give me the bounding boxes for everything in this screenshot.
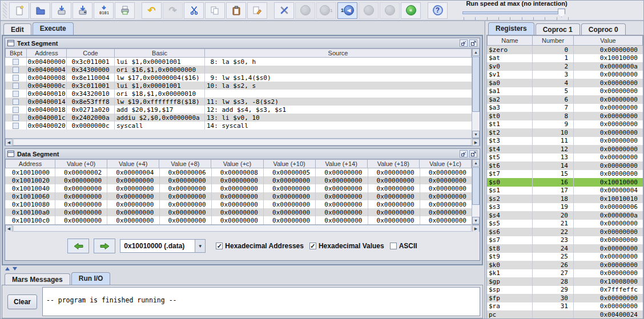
memory-value-cell[interactable]: 0x00000000 [107, 216, 159, 224]
memory-base-address-select[interactable]: 0x10010000 (.data) ▼ [120, 239, 206, 253]
assemble-button[interactable] [274, 2, 294, 19]
breakpoint-checkbox[interactable] [13, 83, 19, 89]
memory-value-cell[interactable]: 0x00000000 [55, 208, 107, 216]
register-value-cell[interactable]: 0x00000000 [574, 253, 643, 261]
register-value-cell[interactable]: 0x10008000 [574, 277, 643, 286]
memory-value-cell[interactable]: 0x00000000 [160, 192, 212, 200]
memory-value-cell[interactable]: 0x00000000 [107, 200, 159, 208]
help-button[interactable]: ? [428, 2, 448, 19]
checkbox-box[interactable] [390, 243, 397, 249]
breakpoint-checkbox[interactable] [13, 67, 19, 73]
memory-value-cell[interactable]: 0x00000000 [55, 216, 107, 224]
redo-button[interactable]: ↷ [163, 2, 183, 19]
tab-registers[interactable]: Registers [488, 22, 534, 35]
register-value-cell[interactable]: 0x00000000 [574, 170, 643, 179]
breakpoint-checkbox[interactable] [13, 75, 19, 81]
breakpoint-checkbox[interactable] [13, 99, 19, 105]
restore-window-icon[interactable] [460, 39, 468, 47]
splitter-collapse-down-icon[interactable] [13, 267, 17, 270]
memory-value-cell[interactable]: 0x00000000 [420, 208, 472, 216]
register-value-cell[interactable]: 0x7fffeffc [574, 286, 643, 294]
memory-value-cell[interactable]: 0x00000000 [420, 216, 472, 224]
register-value-cell[interactable]: 0x00000000 [574, 79, 643, 87]
register-value-cell[interactable]: 0x00000000 [574, 261, 643, 269]
memory-value-cell[interactable]: 0x00000000 [160, 208, 212, 216]
memory-value-cell[interactable]: 0x00000002 [55, 168, 107, 176]
text-segment-titlebar[interactable]: Text Segment [5, 38, 480, 49]
register-value-cell[interactable]: 0x00000000 [574, 161, 643, 170]
paste-button[interactable] [226, 2, 246, 19]
memory-value-cell[interactable]: 0x00000000 [368, 176, 420, 184]
register-value-cell[interactable]: 0x00000000 [574, 112, 643, 120]
clear-button[interactable]: Clear [7, 294, 37, 309]
memory-value-cell[interactable]: 0x00000000 [316, 176, 368, 184]
reset-button[interactable]: « [401, 2, 421, 19]
register-value-cell[interactable]: 0x00000006 [574, 203, 643, 212]
register-value-cell[interactable]: 0x10010000 [574, 178, 643, 187]
memory-value-cell[interactable]: 0x00000000 [160, 184, 212, 192]
checkbox-hexadecimal-values[interactable]: ✓Hexadecimal Values [309, 242, 384, 250]
horizontal-splitter[interactable] [2, 266, 483, 271]
register-value-cell[interactable]: 0x00000000 [574, 104, 643, 112]
breakpoint-checkbox[interactable] [13, 59, 19, 65]
open-file-button[interactable] [30, 2, 50, 19]
memory-value-cell[interactable]: 0x00000000 [264, 208, 316, 216]
step-button[interactable]: ▶1 [316, 2, 336, 19]
checkbox-box[interactable]: ✓ [309, 243, 316, 249]
memory-value-cell[interactable]: 0x00000000 [160, 176, 212, 184]
cut-button[interactable] [184, 2, 204, 19]
memory-value-cell[interactable]: 0x00000000 [264, 184, 316, 192]
memory-value-cell[interactable]: 0x00000000 [55, 192, 107, 200]
register-value-cell[interactable]: 0x00400024 [574, 310, 643, 319]
run-button[interactable]: ▶ [295, 2, 315, 19]
memory-value-cell[interactable]: 0x00000000 [316, 200, 368, 208]
data-segment-horizontal-scrollbar[interactable]: ◀▶ [5, 224, 480, 232]
register-value-cell[interactable]: 0x00000000 [574, 244, 643, 253]
register-value-cell[interactable]: 0x0000000a [574, 62, 643, 71]
register-value-cell[interactable]: 0x00000000 [574, 46, 643, 54]
register-value-cell[interactable]: 0x10010000 [574, 54, 643, 63]
text-segment-vertical-scrollbar[interactable]: ▲ ▼ [472, 49, 480, 138]
memory-value-cell[interactable]: 0x00000000 [55, 200, 107, 208]
register-value-cell[interactable]: 0x00000000 [574, 71, 643, 79]
memory-value-cell[interactable]: 0x00000000 [212, 200, 264, 208]
register-value-cell[interactable]: 0x00000000 [574, 95, 643, 104]
memory-value-cell[interactable]: 0x00000000 [316, 208, 368, 216]
copy-button[interactable] [205, 2, 225, 19]
memory-value-cell[interactable]: 0x00000000 [368, 200, 420, 208]
register-value-cell[interactable]: 0x00000000 [574, 145, 643, 154]
memory-value-cell[interactable]: 0x00000000 [107, 208, 159, 216]
restore-window-icon[interactable] [460, 150, 468, 158]
memory-value-cell[interactable]: 0x00000000 [264, 200, 316, 208]
register-value-cell[interactable]: 0x0000000a [574, 211, 643, 220]
new-file-button[interactable] [9, 2, 29, 19]
memory-value-cell[interactable]: 0x00000000 [420, 192, 472, 200]
combo-dropdown-icon[interactable]: ▼ [195, 240, 205, 252]
memory-value-cell[interactable]: 0x00000000 [420, 176, 472, 184]
data-segment-titlebar[interactable]: Data Segment [5, 149, 480, 159]
memory-value-cell[interactable]: 0x00000000 [368, 216, 420, 224]
memory-value-cell[interactable]: 0x00000005 [264, 168, 316, 176]
run-io-output[interactable]: -- program is finished running -- [42, 287, 480, 316]
register-value-cell[interactable]: 0x00000000 [574, 294, 643, 302]
print-button[interactable] [115, 2, 135, 19]
memory-value-cell[interactable]: 0x00000000 [212, 192, 264, 200]
memory-value-cell[interactable]: 0x00000000 [160, 200, 212, 208]
memory-value-cell[interactable]: 0x00000000 [264, 216, 316, 224]
memory-value-cell[interactable]: 0x00000000 [212, 216, 264, 224]
memory-value-cell[interactable]: 0x00000006 [160, 168, 212, 176]
maximize-window-icon[interactable] [469, 39, 477, 47]
prev-memory-block-button[interactable] [67, 239, 89, 253]
checkbox-box[interactable]: ✓ [216, 243, 223, 249]
pause-button[interactable]: ‖ [359, 2, 379, 19]
memory-value-cell[interactable]: 0x00000000 [316, 192, 368, 200]
undo-button[interactable]: ↶ [142, 2, 162, 19]
memory-value-cell[interactable]: 0x00000000 [368, 208, 420, 216]
register-value-cell[interactable]: 0x10010010 [574, 195, 643, 203]
next-memory-block-button[interactable] [94, 239, 115, 253]
memory-value-cell[interactable]: 0x00000008 [212, 168, 264, 176]
memory-value-cell[interactable]: 0x00000000 [55, 184, 107, 192]
memory-value-cell[interactable]: 0x00000000 [264, 176, 316, 184]
breakpoint-checkbox[interactable] [13, 107, 19, 113]
register-value-cell[interactable]: 0x00000000 [574, 137, 643, 146]
